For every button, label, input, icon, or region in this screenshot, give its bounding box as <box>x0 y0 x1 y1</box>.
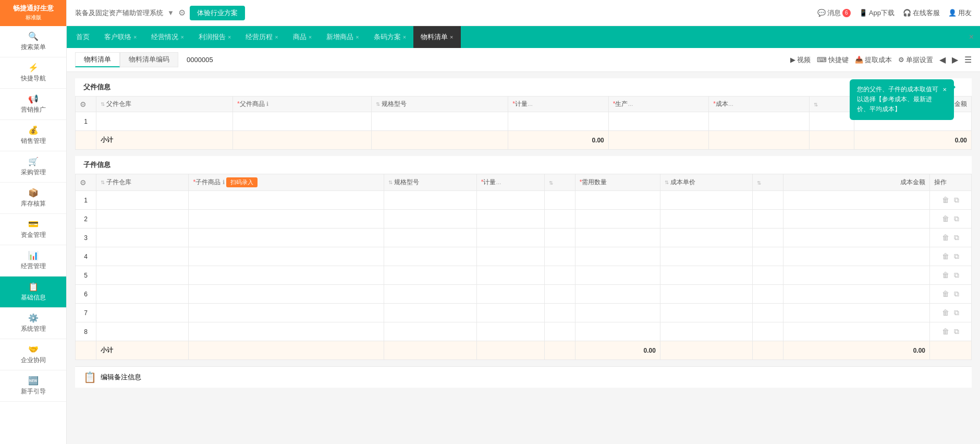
child-row-6-warehouse[interactable] <box>96 285 189 304</box>
child-row-7-product[interactable] <box>189 304 384 322</box>
child-row-7-qty[interactable] <box>575 304 660 322</box>
sidebar-item-base[interactable]: 📋 基础信息 <box>0 277 66 308</box>
child-row-2-unit-cost[interactable] <box>660 210 752 229</box>
child-row-6-product[interactable] <box>189 285 384 304</box>
child-row-1-copy-icon[interactable]: ⧉ <box>954 196 959 204</box>
child-row-7-delete-icon[interactable]: 🗑 <box>942 308 949 317</box>
child-row-6-spec[interactable] <box>384 285 476 304</box>
sidebar-item-system[interactable]: ⚙️ 系统管理 <box>0 308 66 339</box>
child-row-5-unit[interactable] <box>476 266 544 285</box>
child-row-2-spec[interactable] <box>384 210 476 229</box>
child-row-8-qty[interactable] <box>575 322 660 341</box>
child-row-8-delete-icon[interactable]: 🗑 <box>942 327 949 335</box>
sidebar-item-marketing[interactable]: 📢 营销推广 <box>0 89 66 120</box>
message-link[interactable]: 💬 消息 6 <box>817 8 851 18</box>
tab-bom-close[interactable]: × <box>450 34 453 40</box>
child-row-4-warehouse[interactable] <box>96 247 189 266</box>
action-doc-settings[interactable]: ⚙ 单据设置 <box>898 55 933 65</box>
child-row-7-unit[interactable] <box>476 304 544 322</box>
sidebar-item-search[interactable]: 🔍 搜索菜单 <box>0 26 66 57</box>
child-row-8-warehouse[interactable] <box>96 322 189 341</box>
child-row-7-copy-icon[interactable]: ⧉ <box>954 308 959 317</box>
child-config-icon[interactable]: ⚙ <box>80 178 87 187</box>
tab-barcode[interactable]: 条码方案 × <box>366 26 413 48</box>
sidebar-item-enterprise[interactable]: 🤝 企业协同 <box>0 339 66 370</box>
child-row-6-delete-icon[interactable]: 🗑 <box>942 290 949 298</box>
child-row-5-product[interactable] <box>189 266 384 285</box>
child-row-8-unit-cost[interactable] <box>660 322 752 341</box>
child-row-4-spec[interactable] <box>384 247 476 266</box>
child-row-5-unit-cost[interactable] <box>660 266 752 285</box>
tab-operation[interactable]: 经营情况 × <box>144 26 191 48</box>
child-row-5-qty[interactable] <box>575 266 660 285</box>
sidebar-item-operation[interactable]: 📊 经营管理 <box>0 245 66 277</box>
child-row-1-warehouse[interactable] <box>96 191 189 210</box>
child-row-6-unit-cost[interactable] <box>660 285 752 304</box>
tab-customer-close[interactable]: × <box>133 34 137 40</box>
child-row-2-qty[interactable] <box>575 210 660 229</box>
child-row-3-spec[interactable] <box>384 229 476 247</box>
child-row-3-unit-cost[interactable] <box>660 229 752 247</box>
scan-input-btn[interactable]: 扫码录入 <box>226 177 258 187</box>
sidebar-item-quick-nav[interactable]: ⚡ 快捷导航 <box>0 57 66 89</box>
nav-prev-icon[interactable]: ◀ <box>939 55 946 65</box>
tab-home[interactable]: 首页 <box>69 26 97 48</box>
child-row-4-copy-icon[interactable]: ⧉ <box>954 252 959 260</box>
parent-row-1-cost[interactable] <box>709 112 810 131</box>
child-row-7-spec[interactable] <box>384 304 476 322</box>
child-row-2-copy-icon[interactable]: ⧉ <box>954 214 959 223</box>
gear-settings-icon[interactable]: ⚙ <box>178 8 186 18</box>
app-download-link[interactable]: 📱 App下载 <box>859 8 895 18</box>
sidebar-item-guide[interactable]: 🆕 新手引导 <box>0 370 66 402</box>
tab-profit[interactable]: 利润报告 × <box>191 26 238 48</box>
child-row-8-spec[interactable] <box>384 322 476 341</box>
tab-operation-close[interactable]: × <box>180 34 183 40</box>
child-row-8-unit[interactable] <box>476 322 544 341</box>
child-row-1-qty[interactable] <box>575 191 660 210</box>
parent-row-1-warehouse[interactable] <box>96 112 233 131</box>
child-row-1-unit-cost[interactable] <box>660 191 752 210</box>
tab-goods[interactable]: 商品 × <box>286 26 319 48</box>
child-row-8-copy-icon[interactable]: ⧉ <box>954 327 959 335</box>
sidebar-item-sales[interactable]: 💰 销售管理 <box>0 120 66 151</box>
parent-row-1-product[interactable] <box>232 112 371 131</box>
nav-next-icon[interactable]: ▶ <box>952 55 958 65</box>
parent-row-1-produce[interactable] <box>608 112 709 131</box>
parent-row-1-spec[interactable] <box>372 112 508 131</box>
child-row-3-qty[interactable] <box>575 229 660 247</box>
child-row-1-spec[interactable] <box>384 191 476 210</box>
sidebar-item-finance[interactable]: 💳 资金管理 <box>0 214 66 245</box>
parent-config-icon[interactable]: ⚙ <box>80 100 87 109</box>
child-row-5-copy-icon[interactable]: ⧉ <box>954 271 959 279</box>
child-row-1-product[interactable] <box>189 191 384 210</box>
child-row-2-product[interactable] <box>189 210 384 229</box>
child-row-3-delete-icon[interactable]: 🗑 <box>942 233 949 242</box>
tab-profit-close[interactable]: × <box>228 34 231 40</box>
child-row-2-warehouse[interactable] <box>96 210 189 229</box>
action-shortcut[interactable]: ⌨ 快捷键 <box>817 55 849 65</box>
child-row-4-qty[interactable] <box>575 247 660 266</box>
tab-customer[interactable]: 客户联络 × <box>97 26 144 48</box>
child-row-7-unit-cost[interactable] <box>660 304 752 322</box>
child-row-5-delete-icon[interactable]: 🗑 <box>942 271 949 279</box>
dropdown-arrow-icon[interactable]: ▼ <box>167 9 174 17</box>
action-video[interactable]: ▶ 视频 <box>790 55 811 65</box>
child-row-4-unit[interactable] <box>476 247 544 266</box>
child-row-1-delete-icon[interactable]: 🗑 <box>942 196 949 204</box>
tooltip-close-btn[interactable]: × <box>942 85 947 95</box>
close-all-tabs[interactable]: × <box>965 32 978 42</box>
sidebar-item-inventory[interactable]: 📦 库存核算 <box>0 183 66 214</box>
sub-tab-code[interactable]: 物料清单编码 <box>120 52 178 67</box>
child-row-4-product[interactable] <box>189 247 384 266</box>
child-row-3-warehouse[interactable] <box>96 229 189 247</box>
user-menu[interactable]: 👤 用友 <box>948 8 972 18</box>
child-row-3-unit[interactable] <box>476 229 544 247</box>
child-row-6-copy-icon[interactable]: ⧉ <box>954 290 959 298</box>
online-service-link[interactable]: 🎧 在线客服 <box>903 8 940 18</box>
tab-goods-close[interactable]: × <box>309 34 312 40</box>
child-row-3-copy-icon[interactable]: ⧉ <box>954 233 959 242</box>
child-row-5-spec[interactable] <box>384 266 476 285</box>
tab-history-close[interactable]: × <box>275 34 278 40</box>
child-row-2-unit[interactable] <box>476 210 544 229</box>
child-row-6-qty[interactable] <box>575 285 660 304</box>
